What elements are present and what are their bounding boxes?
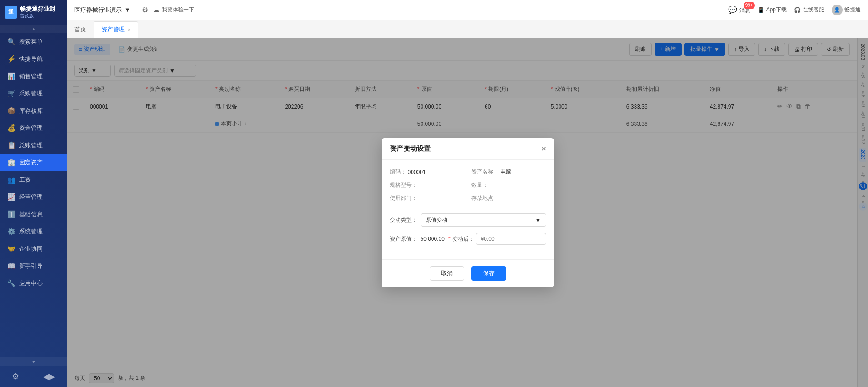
dialog-quantity-cell: 数量：	[471, 181, 546, 189]
content-area: ≡ 资产明细 📄 变更生成凭证 刷账 + 新增 批量操作 ▼	[67, 38, 868, 387]
sidebar-scroll-down[interactable]: ▼	[0, 357, 67, 366]
collab-icon: 🤝	[7, 245, 15, 253]
cancel-button[interactable]: 取消	[430, 266, 464, 281]
dialog-change-type-row: 变动类型： 原值变动 ▼	[390, 213, 546, 227]
company-dropdown-icon: ▼	[124, 6, 130, 13]
notification-icon: 💬	[728, 6, 737, 14]
after-change-label: 变动后：	[452, 235, 474, 243]
sidebar: 通 畅捷通好业财 普及版 ▲ 🔍 搜索菜单 ⚡ 快捷导航 📊 销售管理 🛒 采购…	[0, 0, 67, 387]
dialog-name-cell: 资产名称： 电脑	[471, 168, 546, 176]
dialog-location-cell: 存放地点：	[471, 194, 546, 202]
avatar: 👤	[832, 5, 843, 15]
user-menu[interactable]: 👤 畅捷通	[832, 5, 861, 15]
dialog-close-button[interactable]: ×	[541, 145, 546, 153]
search-icon: 🔍	[7, 38, 15, 46]
dialog-title: 资产变动设置	[390, 144, 431, 153]
sidebar-item-quicknav[interactable]: ⚡ 快捷导航	[0, 50, 67, 68]
sidebar-item-inventory[interactable]: 📦 库存核算	[0, 102, 67, 119]
sidebar-bottom: ⚙ ◀▶	[0, 366, 67, 387]
logo-text: 畅捷通好业财 普及版	[20, 5, 55, 19]
dialog-header: 资产变动设置 ×	[382, 138, 554, 160]
save-button[interactable]: 保存	[471, 266, 506, 281]
topbar: 医疗器械行业演示 ▼ ⚙ ☁ 我要体验一下 💬 99+ 消息 📱 App下载 🎧…	[67, 0, 868, 20]
basic-info-icon: ℹ️	[7, 210, 15, 218]
sidebar-item-operations[interactable]: 📈 经营管理	[0, 189, 67, 206]
experience-icon: ☁	[154, 7, 159, 13]
sidebar-item-app-center[interactable]: 🔧 应用中心	[0, 275, 67, 292]
quicknav-icon: ⚡	[7, 55, 15, 63]
sidebar-logo: 通 畅捷通好业财 普及版	[0, 0, 67, 25]
dialog-spec-cell: 规格型号：	[390, 181, 464, 189]
online-service-button[interactable]: 🎧 在线客服	[794, 6, 824, 14]
sidebar-item-ledger[interactable]: 📋 总账管理	[0, 137, 67, 154]
download-icon: 📱	[758, 7, 764, 13]
required-star: *	[448, 236, 451, 242]
ledger-icon: 📋	[7, 141, 15, 149]
payroll-icon: 👥	[7, 176, 15, 184]
after-change-input[interactable]	[476, 233, 546, 245]
dialog-divider	[390, 208, 546, 208]
service-icon: 🎧	[794, 7, 801, 13]
operations-icon: 📈	[7, 193, 15, 201]
tabbar: 首页 资产管理 ×	[67, 20, 868, 38]
app-center-icon: 🔧	[7, 279, 15, 288]
dialog-code-cell: 编码： 000001	[390, 168, 464, 176]
change-type-arrow-icon: ▼	[536, 217, 541, 223]
sidebar-item-system[interactable]: ⚙️ 系统管理	[0, 223, 67, 240]
change-type-label: 变动类型：	[390, 216, 417, 224]
sidebar-item-fixed-assets[interactable]: 🏢 固定资产	[0, 154, 67, 171]
dialog-body: 编码： 000001 资产名称： 电脑 规格型号：	[382, 160, 554, 259]
settings-icon[interactable]: ⚙	[142, 5, 148, 14]
finance-icon: 💰	[7, 124, 15, 132]
logo-icon: 通	[5, 6, 17, 19]
notification-badge: 99+	[744, 2, 755, 9]
guide-icon: 📖	[7, 262, 15, 270]
experience-button[interactable]: ☁ 我要体验一下	[154, 6, 194, 14]
collapse-button[interactable]: ◀▶	[39, 370, 59, 383]
system-icon: ⚙️	[7, 228, 15, 236]
asset-change-dialog: 资产变动设置 × 编码： 000001 资产名称： 电脑	[382, 138, 554, 287]
sidebar-item-purchase[interactable]: 🛒 采购管理	[0, 85, 67, 102]
sidebar-item-guide[interactable]: 📖 新手引导	[0, 258, 67, 275]
sidebar-item-sales[interactable]: 📊 销售管理	[0, 68, 67, 85]
dialog-info-row-1: 编码： 000001 资产名称： 电脑	[390, 168, 546, 176]
dialog-footer: 取消 保存	[382, 259, 554, 287]
sidebar-nav: 🔍 搜索菜单 ⚡ 快捷导航 📊 销售管理 🛒 采购管理 📦 库存核算 💰 资金管…	[0, 33, 67, 357]
purchase-icon: 🛒	[7, 89, 15, 98]
topbar-divider	[136, 5, 136, 15]
topbar-right: 💬 99+ 消息 📱 App下载 🎧 在线客服 👤 畅捷通	[728, 5, 861, 15]
tab-home[interactable]: 首页	[67, 21, 94, 38]
company-name: 医疗器械行业演示	[74, 6, 122, 14]
asset-value-display: 50,000.00	[421, 236, 445, 242]
sidebar-item-payroll[interactable]: 👥 工资	[0, 171, 67, 189]
company-selector[interactable]: 医疗器械行业演示 ▼	[74, 6, 130, 14]
modal-overlay: 资产变动设置 × 编码： 000001 资产名称： 电脑	[67, 38, 868, 387]
dialog-info-row-3: 使用部门： 存放地点：	[390, 194, 546, 202]
dialog-info-row-2: 规格型号： 数量：	[390, 181, 546, 189]
sidebar-scroll-up[interactable]: ▲	[0, 25, 67, 33]
asset-value-label: 资产原值：	[390, 235, 417, 243]
main-area: 医疗器械行业演示 ▼ ⚙ ☁ 我要体验一下 💬 99+ 消息 📱 App下载 🎧…	[67, 0, 868, 387]
sales-icon: 📊	[7, 72, 15, 80]
sidebar-item-collab[interactable]: 🤝 企业协同	[0, 240, 67, 258]
sidebar-item-basic-info[interactable]: ℹ️ 基础信息	[0, 206, 67, 223]
fixed-assets-icon: 🏢	[7, 159, 15, 167]
tab-asset-mgmt[interactable]: 资产管理 ×	[94, 21, 138, 38]
sidebar-item-search[interactable]: 🔍 搜索菜单	[0, 33, 67, 50]
app-download-button[interactable]: 📱 App下载	[758, 6, 787, 14]
sidebar-item-finance[interactable]: 💰 资金管理	[0, 119, 67, 137]
change-type-select[interactable]: 原值变动 ▼	[421, 213, 546, 227]
notifications-button[interactable]: 💬 99+ 消息	[728, 5, 750, 15]
dialog-dept-cell: 使用部门：	[390, 194, 464, 202]
inventory-icon: 📦	[7, 107, 15, 115]
tab-close-icon[interactable]: ×	[128, 27, 130, 32]
settings-button[interactable]: ⚙	[8, 370, 23, 383]
dialog-asset-value-row: 资产原值： 50,000.00 * 变动后：	[390, 233, 546, 245]
